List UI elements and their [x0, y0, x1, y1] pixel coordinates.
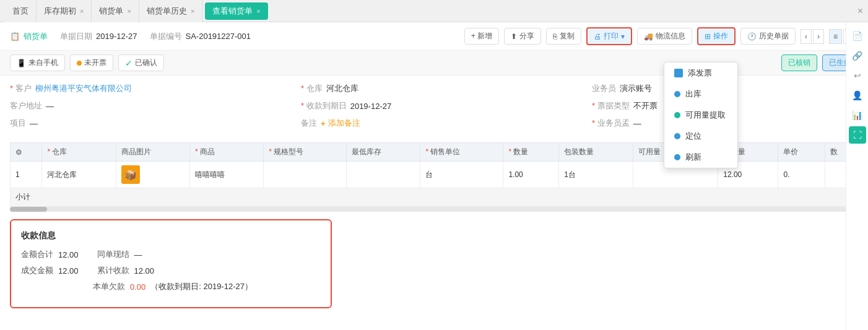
- number-value: SA-20191227-001: [186, 32, 251, 41]
- next-arrow[interactable]: ›: [813, 29, 824, 44]
- operation-button[interactable]: ⊞ 操作: [697, 27, 736, 45]
- payment-info-box: 收款信息 金额合计 12.00 同单现结 — 成交金额 12.00 累计收款: [10, 219, 332, 308]
- print-icon: 🖨: [594, 32, 601, 41]
- tab-inventory-init-label: 库存期初: [44, 6, 76, 17]
- sidebar-icon-link[interactable]: 🔗: [849, 47, 866, 64]
- refresh-label: 刷新: [685, 152, 701, 163]
- row-min-stock: [347, 162, 420, 188]
- business-label: 业务员孟: [592, 118, 630, 129]
- tab-sales-order[interactable]: 销货单 ×: [92, 0, 139, 22]
- share-icon: ⬆: [511, 32, 517, 41]
- sidebar-icon-return[interactable]: ↩: [849, 67, 866, 84]
- outbound-item[interactable]: 出库: [664, 84, 737, 105]
- add-button-label: + 新增: [471, 31, 492, 41]
- date-value: 2019-12-27: [96, 32, 137, 41]
- project-value: —: [30, 119, 38, 128]
- number-label: 单据编号: [150, 31, 182, 42]
- outbound-icon: [674, 91, 680, 97]
- sidebar-icon-doc[interactable]: 📄: [849, 27, 866, 45]
- warehouse-value: 河北仓库: [326, 83, 358, 94]
- refresh-item[interactable]: 刷新: [664, 147, 737, 168]
- row-product-img: 📦: [116, 162, 189, 188]
- horizontal-scrollbar[interactable]: [10, 207, 858, 212]
- row-quantity: 1.00: [503, 162, 559, 188]
- payment-row-3: 本单欠款 0.00 （收款到期日: 2019-12-27）: [21, 281, 321, 292]
- print-dropdown-icon: ▾: [621, 32, 625, 41]
- not-opened-dot: [77, 61, 82, 66]
- staff-label: 业务员: [592, 83, 616, 94]
- tab-inventory-init[interactable]: 库存期初 ×: [37, 0, 92, 22]
- tab-view-sales-order-label: 查看销货单: [212, 6, 253, 17]
- row-index: 1: [11, 162, 42, 188]
- cancelled-status[interactable]: 已核销: [781, 54, 817, 71]
- balance-value: 0.00: [130, 282, 145, 292]
- not-opened-label: 未开票: [84, 58, 106, 68]
- tab-sales-history-label: 销货单历史: [147, 6, 187, 17]
- tab-sales-order-close[interactable]: ×: [127, 7, 131, 15]
- scrollbar-thumb[interactable]: [10, 207, 47, 212]
- col-settings[interactable]: ⚙: [11, 143, 42, 162]
- mobile-icon: 📱: [17, 59, 26, 67]
- due-date-label: 收款到期日: [301, 100, 347, 111]
- transaction-label: 成交金额: [21, 265, 53, 276]
- customer-value[interactable]: 柳州粤港平安气体有限公司: [35, 83, 132, 94]
- sidebar-icon-expand[interactable]: ⛶: [849, 126, 866, 144]
- sidebar-icon-user[interactable]: 👤: [849, 87, 866, 104]
- locate-icon: [674, 133, 680, 139]
- project-label: 项目: [10, 118, 26, 129]
- same-order-value: —: [134, 250, 142, 259]
- add-invoice-item[interactable]: 添发票: [664, 63, 737, 84]
- tab-sales-history-close[interactable]: ×: [191, 7, 194, 15]
- confirm-button[interactable]: ✓ 已确认: [118, 54, 164, 71]
- accumulated-item: 累计收款 12.00: [97, 265, 155, 276]
- logistics-button-label: 物流信息: [656, 31, 685, 41]
- tab-home[interactable]: 首页: [5, 0, 37, 22]
- tab-view-sales-order[interactable]: 查看销货单 ×: [205, 2, 267, 20]
- not-opened-button[interactable]: 未开票: [70, 54, 113, 71]
- print-button[interactable]: 🖨 打印 ▾: [586, 27, 632, 45]
- prev-arrow[interactable]: ‹: [801, 29, 812, 44]
- row-warehouse: 河北仓库: [42, 162, 116, 188]
- refresh-icon: [674, 154, 680, 160]
- toolbar: + 新增 ⬆ 分享 ⎘ 复制 🖨 打印 ▾ 🚚 物流信息: [464, 27, 858, 45]
- project-field: 项目 —: [10, 118, 276, 129]
- add-button[interactable]: + 新增: [464, 28, 499, 45]
- history-button-label: 历史单据: [759, 31, 789, 41]
- tab-view-sales-order-close[interactable]: ×: [256, 7, 260, 15]
- operation-icon: ⊞: [705, 32, 711, 41]
- settings-icon[interactable]: ⚙: [15, 148, 22, 157]
- due-note: （收款到期日: 2019-12-27）: [150, 281, 253, 292]
- tab-inventory-init-close[interactable]: ×: [80, 7, 84, 15]
- tab-sales-history[interactable]: 销货单历史 ×: [139, 0, 202, 22]
- confirm-check-icon: ✓: [125, 58, 132, 68]
- col-spec: 规格型号: [264, 143, 347, 162]
- ticket-type-value: 不开票: [633, 100, 658, 111]
- locate-item[interactable]: 定位: [664, 126, 737, 147]
- doc-type-icon: 📋: [10, 32, 20, 41]
- col-min-stock: 最低库存: [347, 143, 420, 162]
- logistics-button[interactable]: 🚚 物流信息: [637, 28, 692, 45]
- note-label: 备注: [301, 118, 317, 129]
- list-view-button[interactable]: ≡: [829, 29, 842, 44]
- from-mobile-button[interactable]: 📱 来自手机: [10, 54, 65, 71]
- row-price: 0.: [778, 162, 825, 188]
- available-qty-item[interactable]: 可用量提取: [664, 105, 737, 126]
- customer-field: 客户 柳州粤港平安气体有限公司: [10, 83, 276, 94]
- same-order-label: 同单现结: [97, 249, 129, 260]
- due-date-field: 收款到期日 2019-12-27: [301, 100, 567, 111]
- invoice-icon: [674, 69, 683, 77]
- address-label: 客户地址: [10, 100, 42, 111]
- sidebar-icon-chart[interactable]: 📊: [849, 106, 866, 124]
- operation-dropdown: 添发票 出库 可用量提取 定位 刷新: [664, 62, 738, 168]
- doc-type-label: 销货单: [24, 31, 48, 42]
- col-pack-qty: 包装数量: [559, 143, 633, 162]
- product-image-icon: 📦: [124, 169, 137, 181]
- copy-button[interactable]: ⎘ 复制: [546, 28, 581, 45]
- row-pack-qty: 1台: [559, 162, 633, 188]
- add-note-button[interactable]: 添加备注: [321, 118, 360, 129]
- due-date-value: 2019-12-27: [350, 102, 392, 111]
- tab-bar-close-button[interactable]: ×: [857, 6, 863, 17]
- share-button[interactable]: ⬆ 分享: [504, 28, 541, 45]
- available-qty-label: 可用量提取: [685, 110, 726, 121]
- history-button[interactable]: 🕐 历史单据: [740, 28, 796, 45]
